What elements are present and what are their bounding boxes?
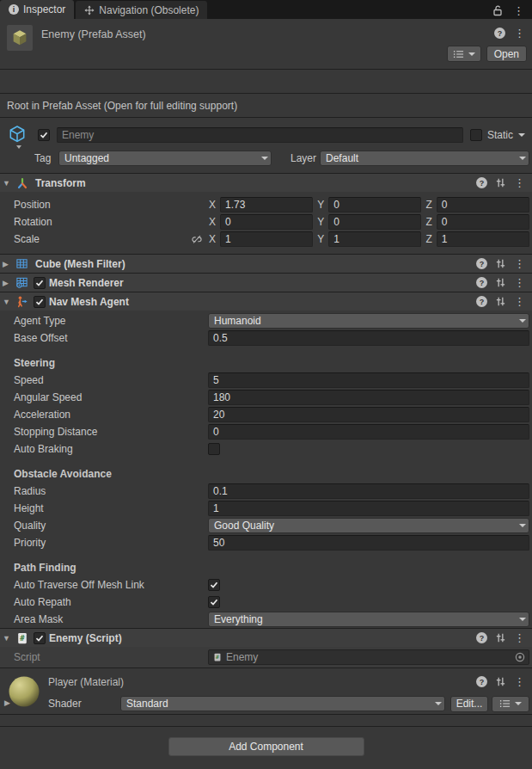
preset-icon[interactable]: [495, 676, 506, 687]
static-checkbox[interactable]: [470, 129, 482, 141]
layout-dropdown-button[interactable]: [447, 46, 481, 62]
preset-icon[interactable]: [495, 277, 506, 288]
active-checkbox[interactable]: [38, 129, 50, 141]
nav-mesh-agent-title: Nav Mesh Agent: [49, 296, 129, 308]
help-icon[interactable]: ?: [476, 177, 487, 188]
object-picker-icon[interactable]: [514, 651, 526, 663]
bottom-strip: [0, 715, 532, 727]
position-z-field[interactable]: 0: [437, 197, 529, 212]
move-icon: [84, 5, 95, 15]
mesh-filter-title: Cube (Mesh Filter): [35, 258, 125, 270]
help-icon[interactable]: ?: [476, 632, 487, 643]
axis-x-label: X: [205, 233, 220, 245]
base-offset-field[interactable]: 0.5: [208, 330, 529, 346]
gameobject-header: Enemy Static Tag Untagged Layer Default: [0, 118, 532, 173]
radius-field[interactable]: 0.1: [208, 483, 529, 499]
shader-dropdown[interactable]: Standard: [120, 696, 445, 711]
scale-z-field[interactable]: 1: [437, 231, 529, 247]
kebab-icon[interactable]: ⋮: [514, 277, 525, 288]
script-object-field[interactable]: # Enemy: [208, 649, 529, 665]
static-label: Static: [487, 129, 513, 141]
window-menu-icon[interactable]: ⋮: [513, 5, 524, 16]
auto-repath-row: Auto Repath: [0, 594, 532, 611]
foldout-open-icon[interactable]: ▼: [0, 298, 14, 306]
height-label: Height: [0, 502, 208, 514]
enemy-script-enabled-checkbox[interactable]: [34, 632, 46, 644]
shader-menu-button[interactable]: [492, 696, 529, 712]
preset-icon[interactable]: [495, 177, 506, 188]
unlock-icon[interactable]: [492, 4, 504, 16]
svg-text:#: #: [20, 634, 25, 643]
angular-speed-field[interactable]: 180: [208, 390, 529, 405]
scale-label: Scale: [14, 233, 40, 245]
nav-mesh-agent-header[interactable]: ▼ Nav Mesh Agent ? ⋮: [0, 292, 532, 311]
scale-x-field[interactable]: 1: [220, 231, 313, 247]
tab-inspector[interactable]: i Inspector: [0, 0, 74, 19]
position-y-field[interactable]: 0: [328, 197, 421, 212]
transform-header[interactable]: ▼ Transform ? ⋮: [0, 173, 532, 192]
rotation-z-field[interactable]: 0: [437, 214, 529, 230]
layer-dropdown[interactable]: Default: [320, 151, 529, 166]
stopping-distance-field[interactable]: 0: [208, 424, 529, 440]
scale-row: Scale X 1 Y 1 Z 1: [0, 231, 532, 248]
auto-traverse-checkbox[interactable]: [208, 579, 220, 591]
kebab-icon[interactable]: ⋮: [514, 632, 525, 643]
kebab-icon[interactable]: ⋮: [514, 28, 525, 39]
material-foldout-icon[interactable]: ▶: [4, 698, 10, 707]
static-dropdown-caret[interactable]: [518, 133, 525, 137]
tab-navigation[interactable]: Navigation (Obsolete): [76, 1, 207, 19]
mesh-renderer-header[interactable]: ▶ Mesh Renderer ? ⋮: [0, 273, 532, 292]
gameobject-icon[interactable]: [7, 125, 33, 145]
auto-braking-checkbox[interactable]: [208, 443, 220, 455]
preset-icon[interactable]: [495, 258, 506, 269]
preset-icon[interactable]: [495, 296, 506, 307]
material-section: Player (Material) ? ⋮ ▶ Shader Standard …: [0, 667, 532, 715]
kebab-icon[interactable]: ⋮: [514, 296, 525, 307]
auto-traverse-row: Auto Traverse Off Mesh Link: [0, 576, 532, 594]
kebab-icon[interactable]: ⋮: [514, 676, 525, 687]
help-icon[interactable]: ?: [476, 277, 487, 288]
height-row: Height 1: [0, 500, 532, 517]
foldout-closed-icon[interactable]: ▶: [0, 260, 14, 268]
shader-label: Shader: [48, 698, 120, 710]
rotation-x-field[interactable]: 0: [220, 214, 313, 230]
preset-icon[interactable]: [495, 632, 506, 643]
radius-label: Radius: [0, 485, 208, 497]
prefab-cube-icon: [9, 27, 31, 49]
shader-edit-button[interactable]: Edit...: [450, 696, 488, 712]
auto-repath-label: Auto Repath: [0, 596, 208, 608]
name-field[interactable]: Enemy: [57, 127, 463, 143]
help-icon[interactable]: ?: [476, 676, 487, 687]
position-x-field[interactable]: 1.73: [220, 197, 313, 212]
height-field[interactable]: 1: [208, 501, 529, 516]
stopping-distance-label: Stopping Distance: [0, 426, 208, 438]
speed-field[interactable]: 5: [208, 372, 529, 388]
enemy-script-header[interactable]: ▼ # Enemy (Script) ? ⋮: [0, 628, 532, 647]
area-mask-dropdown[interactable]: Everything: [208, 612, 529, 627]
auto-repath-checkbox[interactable]: [208, 596, 220, 608]
agent-type-dropdown[interactable]: Humanoid: [208, 313, 529, 329]
help-icon[interactable]: ?: [494, 28, 505, 39]
kebab-icon[interactable]: ⋮: [514, 258, 525, 269]
quality-dropdown[interactable]: Good Quality: [208, 518, 529, 533]
rotation-y-field[interactable]: 0: [328, 214, 421, 230]
mesh-renderer-enabled-checkbox[interactable]: [34, 277, 46, 289]
scale-y-field[interactable]: 1: [328, 231, 421, 247]
axis-y-label: Y: [313, 216, 328, 228]
add-component-button[interactable]: Add Component: [168, 737, 364, 756]
foldout-open-icon[interactable]: ▼: [0, 634, 14, 643]
help-icon[interactable]: ?: [476, 258, 487, 269]
help-icon[interactable]: ?: [476, 296, 487, 307]
axis-y-label: Y: [313, 199, 328, 211]
priority-field[interactable]: 50: [208, 535, 529, 551]
tag-dropdown[interactable]: Untagged: [58, 151, 272, 166]
kebab-icon[interactable]: ⋮: [514, 177, 525, 188]
mesh-filter-header[interactable]: ▶ Cube (Mesh Filter) ? ⋮: [0, 254, 532, 273]
nav-mesh-agent-enabled-checkbox[interactable]: [34, 296, 46, 308]
acceleration-field[interactable]: 20: [208, 407, 529, 422]
open-prefab-button[interactable]: Open: [486, 46, 527, 62]
chevron-down-icon: [519, 319, 526, 323]
link-off-icon[interactable]: [191, 233, 203, 245]
foldout-open-icon[interactable]: ▼: [0, 179, 14, 188]
foldout-closed-icon[interactable]: ▶: [0, 279, 14, 287]
